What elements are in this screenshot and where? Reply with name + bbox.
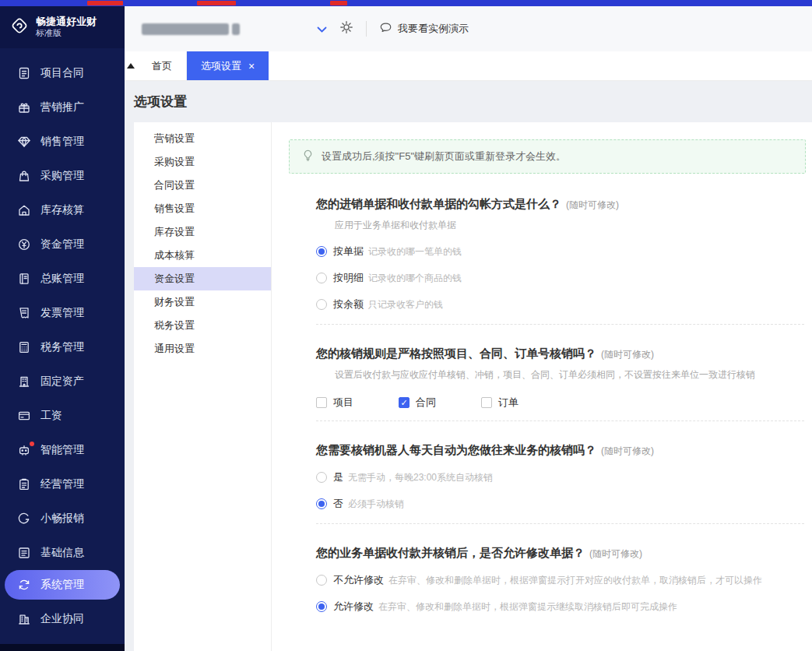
- checkbox-option-0[interactable]: 项目: [316, 396, 353, 410]
- tab-0[interactable]: 首页: [138, 51, 187, 80]
- logo-title: 畅捷通好业财: [36, 16, 97, 28]
- sidebar-item-label: 工资: [40, 409, 62, 423]
- option-note: 在弃审、修改和删除单据时，根据弹窗提示打开对应的收付款单，取消核销后，才可以操作: [388, 574, 762, 587]
- settings-subnav: 营销设置采购设置合同设置销售设置库存设置成本核算资金设置财务设置税务设置通用设置: [134, 122, 271, 651]
- option-label: 订单: [498, 396, 518, 410]
- subnav-item-9[interactable]: 通用设置: [134, 337, 271, 361]
- sidebar-item-label: 库存核算: [40, 203, 84, 217]
- sidebar-item-label: 基础信息: [40, 546, 84, 560]
- notification-badge: [30, 442, 34, 446]
- sidebar-item-14[interactable]: 基础信息: [0, 536, 125, 570]
- subnav-item-5[interactable]: 成本核算: [134, 244, 271, 267]
- chevron-down-icon[interactable]: [317, 22, 327, 36]
- sidebar-item-3[interactable]: 采购管理: [0, 159, 125, 193]
- option-label: 项目: [333, 396, 353, 410]
- sidebar-item-0[interactable]: 项目合同: [0, 56, 125, 90]
- fixed-asset-icon: [17, 375, 31, 389]
- sidebar-item-6[interactable]: 总账管理: [0, 262, 125, 296]
- question-text: 您的核销规则是严格按照项目、合同、订单号核销吗？: [316, 347, 596, 360]
- sidebar-item-label: 智能管理: [40, 443, 84, 457]
- question: 您的业务单据收付款并核销后，是否允许修改单据？(随时可修改): [316, 546, 804, 561]
- sales-icon: [17, 135, 31, 149]
- radio-option-1[interactable]: 按明细记录收的哪个商品的钱: [316, 271, 804, 285]
- checkbox-control[interactable]: [316, 397, 327, 408]
- invoice-icon: [17, 306, 31, 320]
- sidebar-item-15[interactable]: 系统管理: [5, 570, 120, 600]
- redaction-box: [87, 1, 123, 5]
- subnav-item-0[interactable]: 营销设置: [134, 127, 271, 150]
- option-note: 记录收的哪个商品的钱: [368, 272, 462, 285]
- redacted-company-name: [232, 23, 240, 35]
- sidebar-item-10[interactable]: 工资: [0, 399, 125, 433]
- sidebar-item-8[interactable]: 税务管理: [0, 330, 125, 364]
- subnav-item-8[interactable]: 税务设置: [134, 314, 271, 337]
- success-banner-text: 设置成功后,须按"F5"键刷新页面或重新登录才会生效。: [322, 150, 566, 164]
- redaction-box: [330, 1, 347, 5]
- sidebar-item-2[interactable]: 销售管理: [0, 125, 125, 159]
- radio-option-1[interactable]: 否必须手动核销: [316, 497, 804, 511]
- demo-link[interactable]: 我要看实例演示: [379, 21, 469, 37]
- sidebar-item-16[interactable]: 企业协同: [0, 602, 125, 636]
- chat-bubble-icon: [379, 21, 392, 37]
- question: 您需要核销机器人每天自动为您做往来业务的核销吗？(随时可修改): [316, 443, 804, 458]
- sidebar-item-label: 销售管理: [40, 135, 84, 149]
- page-title: 选项设置: [134, 81, 187, 122]
- checkbox-option-1[interactable]: ✓合同: [399, 396, 436, 410]
- radio-control[interactable]: [316, 498, 327, 509]
- subnav-item-3[interactable]: 销售设置: [134, 197, 271, 220]
- settings-section-0: 您的进销单据和收付款单据的勾帐方式是什么？(随时可修改)应用于业务单据和收付款单…: [316, 197, 804, 311]
- radio-option-0[interactable]: 按单据记录收的哪一笔单的钱: [316, 245, 804, 259]
- radio-control[interactable]: [316, 273, 327, 283]
- header-divider: [366, 21, 367, 37]
- close-icon[interactable]: ×: [248, 61, 255, 72]
- checkbox-control[interactable]: ✓: [399, 397, 410, 408]
- subnav-item-1[interactable]: 采购设置: [134, 150, 271, 174]
- sidebar-item-13[interactable]: 小畅报销: [0, 501, 125, 536]
- redaction-box: [197, 1, 236, 5]
- subnav-item-6[interactable]: 资金设置: [134, 267, 271, 290]
- option-note: 在弃审、修改和删除单据时，根据弹窗提示继续取消核销后即可完成操作: [378, 600, 677, 614]
- subnav-item-2[interactable]: 合同设置: [134, 174, 271, 197]
- sidebar-bottom-strip: [0, 644, 125, 651]
- question-subtitle: 应用于业务单据和收付款单据: [335, 219, 804, 232]
- sidebar-item-1[interactable]: 营销推广: [0, 90, 125, 125]
- radio-option-0[interactable]: 是无需手动，每晚23:00系统自动核销: [316, 470, 804, 484]
- checkbox-control[interactable]: [481, 397, 492, 408]
- sidebar-item-5[interactable]: 资金管理: [0, 227, 125, 262]
- gear-icon[interactable]: [339, 20, 353, 37]
- radio-control[interactable]: [316, 299, 327, 310]
- checkbox-option-2[interactable]: 订单: [481, 396, 518, 410]
- inventory-icon: [17, 203, 31, 217]
- radio-control[interactable]: [316, 472, 327, 483]
- option-group: 是无需手动，每晚23:00系统自动核销否必须手动核销: [316, 470, 804, 511]
- radio-option-0[interactable]: 不允许修改在弃审、修改和删除单据时，根据弹窗提示打开对应的收付款单，取消核销后，…: [316, 573, 804, 587]
- tab-1[interactable]: 选项设置×: [187, 51, 269, 80]
- funds-icon: [17, 238, 31, 252]
- sidebar-item-label: 系统管理: [40, 578, 84, 592]
- radio-control[interactable]: [316, 601, 327, 612]
- purchase-icon: [17, 169, 31, 183]
- sidebar-item-11[interactable]: 智能管理: [0, 433, 125, 467]
- sidebar-item-7[interactable]: 发票管理: [0, 296, 125, 330]
- radio-option-1[interactable]: 允许修改在弃审、修改和删除单据时，根据弹窗提示继续取消核销后即可完成操作: [316, 600, 804, 614]
- radio-control[interactable]: [316, 246, 327, 257]
- radio-option-2[interactable]: 按余额只记录收客户的钱: [316, 297, 804, 311]
- sidebar-item-4[interactable]: 库存核算: [0, 193, 125, 227]
- sidebar-item-12[interactable]: 经营管理: [0, 467, 125, 501]
- sidebar-item-9[interactable]: 固定资产: [0, 364, 125, 399]
- sidebar-item-label: 固定资产: [40, 375, 84, 389]
- ledger-icon: [17, 272, 31, 286]
- settings-section-1: 您的核销规则是严格按照项目、合同、订单号核销吗？(随时可修改)设置后收付款与应收…: [316, 347, 804, 410]
- sidebar-item-label: 发票管理: [40, 306, 84, 320]
- question-subtitle: 设置后收付款与应收应付单核销、冲销，项目、合同、订单必须相同，不设置按往来单位一…: [335, 368, 804, 382]
- sidebar-item-label: 总账管理: [40, 272, 84, 286]
- subnav-item-7[interactable]: 财务设置: [134, 290, 271, 314]
- company-selector[interactable]: [142, 22, 327, 36]
- radio-control[interactable]: [316, 575, 327, 586]
- sidebar-item-label: 企业协同: [40, 612, 84, 626]
- scroll-up-icon[interactable]: [127, 63, 135, 69]
- subnav-item-4[interactable]: 库存设置: [134, 220, 271, 244]
- settings-content: 设置成功后,须按"F5"键刷新页面或重新登录才会生效。 您的进销单据和收付款单据…: [271, 122, 812, 651]
- sidebar-item-label: 营销推广: [40, 100, 84, 114]
- option-label: 否: [333, 497, 343, 511]
